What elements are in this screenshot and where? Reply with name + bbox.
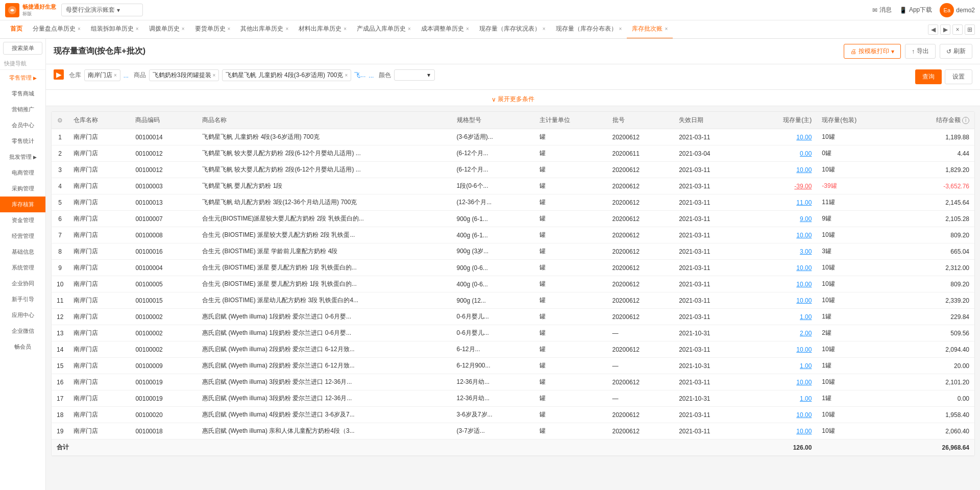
tab-xian-cun-fen[interactable]: 现存量（库存分布表） × <box>551 20 627 39</box>
query-btn[interactable]: 查询 <box>915 69 942 84</box>
close-yao-huo[interactable]: × <box>228 26 231 32</box>
qty-link[interactable]: 1.00 <box>800 395 812 402</box>
sidebar-item-zi-jin[interactable]: 资金管理 <box>0 212 45 228</box>
footer-label: 合计 <box>52 439 748 456</box>
tab-home[interactable]: 首页 <box>5 20 28 39</box>
sidebar-item-xin-shou[interactable]: 新手引导 <box>0 291 45 307</box>
qty-link[interactable]: 11.00 <box>796 199 812 206</box>
row-expire: 2021-03-11 <box>674 211 748 227</box>
sidebar-item-ying-xiao[interactable]: 营销推广 <box>0 102 45 117</box>
tab-prev[interactable]: ◀ <box>928 24 938 35</box>
tab-pi-ci[interactable]: 库存批次账 × <box>627 20 673 39</box>
row-warehouse: 南岸门店 <box>68 358 130 374</box>
tab-xian-cun-ku[interactable]: 现存量（库存状况表） × <box>474 20 551 39</box>
qty-link[interactable]: 10.00 <box>796 281 812 288</box>
color-dropdown[interactable]: ▾ <box>394 69 435 81</box>
row-code: 00100007 <box>130 211 197 227</box>
close-xian-cun-fen[interactable]: × <box>619 26 622 32</box>
sidebar-item-qi-ye[interactable]: 企业协同 <box>0 276 45 291</box>
tab-yao-huo[interactable]: 要货单历史 × <box>190 20 236 39</box>
tab-menu[interactable]: ⊞ <box>965 24 975 35</box>
close-cai-liao[interactable]: × <box>344 26 347 32</box>
tab-next[interactable]: ▶ <box>940 24 950 35</box>
sidebar-item-ji-chu[interactable]: 基础信息 <box>0 244 45 260</box>
close-xian-cun-ku[interactable]: × <box>543 26 546 32</box>
settings-icon[interactable]: ⚙ <box>57 117 63 124</box>
qty-link[interactable]: 10.00 <box>796 264 812 272</box>
account-name: 母婴行业演示账套 <box>66 6 115 14</box>
qty-link[interactable]: 3.00 <box>800 248 812 255</box>
row-expire: 2021-03-11 <box>674 309 748 325</box>
tab-chan-pin[interactable]: 产成品入库单历史 × <box>352 20 416 39</box>
sidebar-item-dian-shang[interactable]: 电商管理 <box>0 165 45 181</box>
product-tag-2[interactable]: 飞鹤星飞帆 儿童奶粉 4段(3-6岁适用) 700克 × <box>222 69 351 81</box>
qty-link[interactable]: 10.00 <box>796 411 812 419</box>
close-qi-ta[interactable]: × <box>285 26 288 32</box>
qty-link[interactable]: 10.00 <box>796 134 812 141</box>
qty-link[interactable]: 1.00 <box>800 362 812 370</box>
close-cheng-ben[interactable]: × <box>466 26 469 32</box>
qty-link[interactable]: 10.00 <box>796 346 812 353</box>
tab-cheng-ben[interactable]: 成本调整单历史 × <box>416 20 474 39</box>
product-dots[interactable]: ... <box>369 72 374 79</box>
qty-link[interactable]: 1.00 <box>800 313 812 321</box>
sidebar-item-xi-tong[interactable]: 系统管理 <box>0 260 45 276</box>
settings-btn[interactable]: 设置 <box>945 69 972 84</box>
table-row: 17 南岸门店 00100019 惠氏启赋 (Wyeth illuma) 3段奶… <box>52 390 974 407</box>
tab-zu-chai[interactable]: 组装拆卸单历史 × <box>86 20 144 39</box>
close-pi-ci[interactable]: × <box>665 26 668 32</box>
qty-link[interactable]: 10.00 <box>796 379 812 386</box>
tab-qi-ta[interactable]: 其他出库单历史 × <box>235 20 293 39</box>
product-tag-1-close[interactable]: × <box>213 72 216 78</box>
warehouse-more[interactable]: ... <box>124 72 129 79</box>
close-chan-pin[interactable]: × <box>408 26 411 32</box>
sidebar-item-pi-fa[interactable]: 批发管理 ▶ <box>0 149 45 165</box>
sidebar-item-ling-shou[interactable]: 零售管理 ▶ <box>0 70 45 86</box>
close-fen-pan[interactable]: × <box>78 26 81 32</box>
user-area[interactable]: Ea demo2 <box>940 3 975 17</box>
sidebar-item-chang-hui[interactable]: 畅会员 <box>0 339 45 355</box>
template-print-btn[interactable]: 🖨 按模板打印 ▾ <box>844 44 901 59</box>
sidebar-item-ying-yong[interactable]: 应用中心 <box>0 307 45 323</box>
amount-info-icon[interactable]: i <box>962 117 969 124</box>
warehouse-tag[interactable]: 南岸门店 × <box>84 69 120 81</box>
sidebar-item-hui-yuan[interactable]: 会员中心 <box>0 117 45 133</box>
filter-toggle-btn[interactable]: ▶ <box>54 69 64 80</box>
tab-tiao-bo[interactable]: 调拨单历史 × <box>144 20 190 39</box>
qty-link[interactable]: 9.00 <box>800 215 812 223</box>
sidebar-item-cai-gou[interactable]: 采购管理 <box>0 181 45 197</box>
close-zu-chai[interactable]: × <box>136 26 139 32</box>
expand-conditions-btn[interactable]: ∨ 展开更多条件 <box>492 95 534 104</box>
app-download-btn[interactable]: 📱 App下载 <box>899 6 932 14</box>
qty-link[interactable]: 0.00 <box>800 150 812 157</box>
tab-close-all[interactable]: × <box>952 24 963 35</box>
col-settings[interactable]: ⚙ <box>52 112 68 129</box>
qty-link[interactable]: 10.00 <box>796 297 812 304</box>
sidebar-item-qi-wei[interactable]: 企业微信 <box>0 323 45 339</box>
export-btn[interactable]: ↑ 导出 <box>905 44 936 59</box>
warehouse-tag-close[interactable]: × <box>114 72 117 78</box>
product-tag-2-value: 飞鹤星飞帆 儿童奶粉 4段(3-6岁适用) 700克 <box>226 71 343 80</box>
qty-link[interactable]: -39.00 <box>794 183 812 190</box>
qty-link[interactable]: 10.00 <box>796 428 812 435</box>
tab-cai-liao[interactable]: 材料出库单历史 × <box>293 20 352 39</box>
refresh-btn[interactable]: ↺ 刷新 <box>940 44 972 59</box>
search-menu-btn[interactable]: 搜索菜单 <box>3 42 42 55</box>
product-tag-2-close[interactable]: × <box>345 72 348 78</box>
sidebar-item-ling-tong[interactable]: 零售统计 <box>0 133 45 149</box>
sidebar-item-jing-ying[interactable]: 经营管理 <box>0 228 45 244</box>
row-index: 11 <box>52 292 68 309</box>
product-more[interactable]: 飞... <box>354 71 365 80</box>
message-btn[interactable]: ✉ 消息 <box>872 6 892 14</box>
account-dropdown[interactable]: 母婴行业演示账套 ▾ <box>61 4 143 16</box>
qty-link[interactable]: 2.00 <box>800 330 812 337</box>
sidebar-item-ling-shang[interactable]: 零售商城 <box>0 86 45 102</box>
qty-link[interactable]: 10.00 <box>796 232 812 239</box>
sidebar-item-ku-cun[interactable]: 库存核算 <box>0 197 45 212</box>
row-code: 00100016 <box>130 243 197 260</box>
product-tag-1[interactable]: 飞鹤奶粉3段闭罐提装 × <box>149 69 219 81</box>
tab-fen-pan[interactable]: 分量盘点单历史 × <box>28 20 86 39</box>
close-tiao-bo[interactable]: × <box>182 26 185 32</box>
qty-link[interactable]: 10.00 <box>796 166 812 174</box>
page-header: 现存量查询(按仓库+批次) 🖨 按模板打印 ▾ ↑ 导出 ↺ 刷新 <box>46 39 980 64</box>
